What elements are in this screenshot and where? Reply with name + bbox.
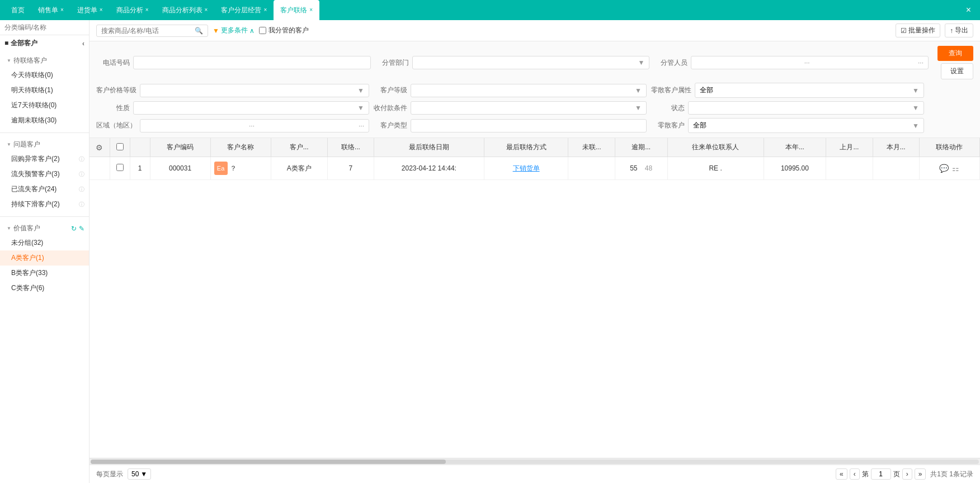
row-liaison-cell: RE . bbox=[667, 157, 764, 180]
prev-page-btn[interactable]: ‹ bbox=[850, 468, 860, 480]
close-segmentation-icon[interactable]: × bbox=[263, 0, 267, 20]
close-purchase-icon[interactable]: × bbox=[100, 0, 103, 20]
collapse-icon[interactable]: ‹ bbox=[82, 40, 84, 48]
sidebar-item-repurchase-abnormal[interactable]: 回购异常客户(2) ⓘ bbox=[0, 151, 89, 167]
customer-grade-select[interactable]: ▼ bbox=[411, 84, 647, 97]
nav-tab-contact[interactable]: 客户联络 × bbox=[274, 0, 319, 20]
row-checkbox[interactable] bbox=[116, 164, 124, 171]
sidebar-search-input[interactable] bbox=[4, 23, 88, 31]
retail-attr-arrow-icon: ▼ bbox=[912, 87, 919, 94]
row-check-cell bbox=[110, 157, 130, 180]
gear-icon[interactable]: ⚙ bbox=[96, 143, 103, 152]
nav-tab-salesorder[interactable]: 销售单 × bbox=[31, 0, 70, 20]
next-page-btn[interactable]: › bbox=[902, 468, 912, 480]
region-input[interactable]: ··· bbox=[140, 119, 369, 132]
info-icon-2: ⓘ bbox=[79, 171, 84, 178]
nature-label: 性质 bbox=[96, 103, 130, 113]
phone-input[interactable] bbox=[133, 56, 371, 69]
horizontal-scrollbar[interactable] bbox=[89, 458, 980, 465]
sidebar-item-declining[interactable]: 持续下滑客户(2) ⓘ bbox=[0, 197, 89, 212]
sidebar-item-today-contact[interactable]: 今天待联络(0) bbox=[0, 68, 89, 83]
price-grade-select[interactable]: ▼ bbox=[140, 84, 369, 97]
retail-customer-label: 零散客户 bbox=[651, 121, 685, 130]
close-contact-icon[interactable]: × bbox=[309, 0, 313, 20]
close-salesorder-icon[interactable]: × bbox=[60, 0, 64, 20]
filter-icon: ▼ bbox=[213, 27, 219, 35]
filter-search-input[interactable] bbox=[101, 27, 192, 35]
price-grade-field: 客户价格等级 ▼ bbox=[96, 84, 369, 97]
setting-button[interactable]: 设置 bbox=[941, 63, 973, 79]
page-size-select[interactable]: 50 ▼ bbox=[128, 468, 151, 480]
payment-label: 收付款条件 bbox=[374, 103, 407, 113]
refresh-icon[interactable]: ↻ bbox=[71, 225, 77, 233]
select-all-checkbox[interactable] bbox=[116, 143, 124, 150]
sidebar-item-b-customers[interactable]: B类客户(33) bbox=[0, 266, 89, 281]
value-customers-group[interactable]: ▼ 价值客户 ↻ ✎ bbox=[0, 221, 89, 235]
status-select[interactable]: ▼ bbox=[688, 101, 924, 115]
sidebar-item-7day-contact[interactable]: 近7天待联络(0) bbox=[0, 98, 89, 113]
sidebar-item-churned[interactable]: 已流失客户(24) ⓘ bbox=[0, 182, 89, 197]
value-customers-section: ▼ 价值客户 ↻ ✎ 未分组(32) A类客户(1) B类客户(33) C类客户… bbox=[0, 219, 89, 298]
top-nav: 首页 销售单 × 进货单 × 商品分析 × 商品分析列表 × 客户分层经营 × … bbox=[0, 0, 980, 20]
edit-icon[interactable]: ✎ bbox=[79, 225, 84, 233]
sidebar-item-overdue-contact[interactable]: 逾期未联络(30) bbox=[0, 113, 89, 128]
last-method-link[interactable]: 下销货单 bbox=[513, 164, 540, 172]
filter-more-btn[interactable]: ▼ 更多条件 ∧ bbox=[213, 26, 255, 35]
nav-tab-segmentation[interactable]: 客户分层经营 × bbox=[214, 0, 274, 20]
row-action-buttons: 💬 ⚏ bbox=[923, 164, 976, 173]
export-icon: ↑ bbox=[950, 27, 953, 35]
sidebar-item-tomorrow-contact[interactable]: 明天待联络(1) bbox=[0, 83, 89, 98]
filter-row-3: 性质 ▼ 收付款条件 ▼ 状态 bbox=[96, 101, 973, 115]
customer-type-field: 客户类型 bbox=[374, 119, 647, 132]
nature-select[interactable]: ▼ bbox=[133, 101, 369, 115]
all-customers-header[interactable]: ■ 全部客户 ‹ bbox=[0, 35, 89, 51]
row-contact-cell: 7 bbox=[327, 157, 374, 180]
phone-field: 电话号码 bbox=[96, 56, 371, 69]
close-app-button[interactable]: × bbox=[962, 5, 976, 15]
manager-input[interactable]: ··· bbox=[691, 56, 929, 69]
scrollbar-thumb[interactable] bbox=[91, 460, 446, 464]
retail-customer-select[interactable]: 全部 ▼ bbox=[688, 118, 924, 133]
filter-search-icon[interactable]: 🔍 bbox=[195, 27, 203, 35]
scrollbar-track bbox=[91, 460, 979, 464]
query-button[interactable]: 查询 bbox=[937, 46, 973, 61]
chevron-down-icon: ∧ bbox=[249, 27, 255, 35]
sidebar-item-churn-warning[interactable]: 流失预警客户(3) ⓘ bbox=[0, 167, 89, 182]
retail-attr-select[interactable]: 全部 ▼ bbox=[695, 83, 924, 98]
col-lastmonth-header: 上月... bbox=[826, 138, 873, 157]
sidebar-item-a-customers[interactable]: A类客户(1) bbox=[0, 250, 89, 266]
dept-select[interactable]: ▼ bbox=[412, 56, 650, 69]
first-page-btn[interactable]: « bbox=[836, 468, 847, 480]
customer-grade-field: 客户等级 ▼ bbox=[374, 84, 647, 97]
price-grade-arrow-icon: ▼ bbox=[357, 87, 364, 94]
page-number-input[interactable] bbox=[871, 468, 891, 480]
col-uncontact-header: 未联... bbox=[568, 138, 615, 157]
my-customers-filter[interactable]: 我分管的客户 bbox=[259, 26, 309, 35]
col-gear-header[interactable]: ⚙ bbox=[89, 138, 110, 157]
message-action-icon[interactable]: 💬 bbox=[939, 164, 949, 173]
close-analysis-icon[interactable]: × bbox=[145, 0, 149, 20]
main-layout: 🔍 ■ 全部客户 ‹ ▼ 待联络客户 今天待联络(0) 明天待联络(1) 近7天… bbox=[0, 20, 980, 483]
customer-type-input[interactable] bbox=[411, 119, 647, 132]
nav-tab-purchase[interactable]: 进货单 × bbox=[70, 0, 110, 20]
nav-tab-analysis[interactable]: 商品分析 × bbox=[110, 0, 156, 20]
grid-action-icon[interactable]: ⚏ bbox=[952, 164, 959, 173]
nature-arrow-icon: ▼ bbox=[357, 104, 364, 112]
customer-grade-label: 客户等级 bbox=[374, 86, 407, 95]
row-action-cell: 💬 ⚏ bbox=[919, 157, 979, 180]
sidebar-item-c-customers[interactable]: C类客户(6) bbox=[0, 281, 89, 296]
phone-label: 电话号码 bbox=[96, 58, 130, 68]
nav-tab-analysislist[interactable]: 商品分析列表 × bbox=[156, 0, 215, 20]
export-btn[interactable]: ↑ 导出 bbox=[945, 23, 973, 37]
pending-contact-group[interactable]: ▼ 待联络客户 bbox=[0, 54, 89, 68]
last-page-btn[interactable]: » bbox=[915, 468, 926, 480]
row-lastdate-cell: 2023-04-12 14:44: bbox=[374, 157, 484, 180]
close-analysislist-icon[interactable]: × bbox=[205, 0, 208, 20]
batch-operation-btn[interactable]: ☑ 批量操作 bbox=[896, 23, 940, 37]
payment-select[interactable]: ▼ bbox=[411, 101, 647, 115]
filter-row-4: 区域（地区） ··· 客户类型 零散客户 全部 ▼ bbox=[96, 118, 973, 133]
nav-home[interactable]: 首页 bbox=[4, 0, 31, 20]
sidebar-item-unclassified[interactable]: 未分组(32) bbox=[0, 235, 89, 250]
my-customers-checkbox[interactable] bbox=[259, 27, 266, 34]
problem-customers-group[interactable]: ▼ 问题客户 bbox=[0, 138, 89, 151]
